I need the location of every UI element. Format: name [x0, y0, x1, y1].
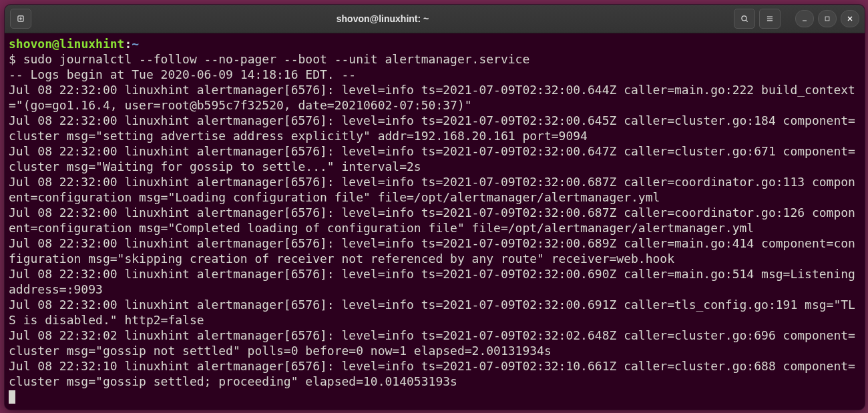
- window-title: shovon@linuxhint: ~: [35, 13, 730, 24]
- titlebar: shovon@linuxhint: ~: [5, 5, 865, 33]
- log-line: Jul 08 22:32:00 linuxhint alertmanager[6…: [9, 267, 863, 296]
- new-tab-icon: [16, 14, 25, 23]
- prompt-user: shovon: [9, 37, 52, 51]
- new-tab-button[interactable]: [10, 9, 31, 29]
- maximize-button[interactable]: [818, 10, 837, 27]
- minimize-button[interactable]: [795, 10, 814, 27]
- terminal-cursor: [9, 390, 15, 404]
- hamburger-icon: [765, 14, 775, 23]
- log-line: Jul 08 22:32:00 linuxhint alertmanager[6…: [9, 144, 855, 173]
- maximize-icon: [824, 15, 831, 22]
- prompt-dollar: $: [9, 52, 23, 66]
- terminal-body[interactable]: shovon@linuxhint:~ $ sudo journalctl --f…: [5, 33, 865, 410]
- close-icon: [846, 15, 854, 23]
- prompt-at: @: [52, 37, 59, 51]
- svg-rect-9: [825, 17, 829, 21]
- log-line: Jul 08 22:32:00 linuxhint alertmanager[6…: [9, 175, 855, 204]
- hamburger-menu-button[interactable]: [759, 9, 781, 29]
- svg-line-4: [746, 20, 748, 22]
- log-line: Jul 08 22:32:02 linuxhint alertmanager[6…: [9, 328, 855, 358]
- minimize-icon: [801, 15, 809, 23]
- search-icon: [740, 14, 749, 23]
- log-line: Jul 08 22:32:00 linuxhint alertmanager[6…: [9, 236, 855, 266]
- svg-point-3: [742, 16, 746, 21]
- log-line: -- Logs begin at Tue 2020-06-09 14:18:16…: [9, 67, 356, 81]
- search-button[interactable]: [734, 9, 755, 29]
- prompt-colon: :: [124, 37, 132, 51]
- terminal-window: shovon@linuxhint: ~ shovon@linuxhint:~ $…: [4, 4, 865, 410]
- log-line: Jul 08 22:32:00 linuxhint alertmanager[6…: [9, 113, 855, 143]
- log-line: Jul 08 22:32:00 linuxhint alertmanager[6…: [9, 298, 855, 327]
- log-line: Jul 08 22:32:10 linuxhint alertmanager[6…: [9, 359, 855, 388]
- command-text: sudo journalctl --follow --no-pager --bo…: [23, 52, 530, 66]
- log-line: Jul 08 22:32:00 linuxhint alertmanager[6…: [9, 83, 855, 112]
- prompt-path: ~: [132, 37, 139, 51]
- prompt-host: linuxhint: [59, 37, 125, 51]
- close-button[interactable]: [841, 10, 859, 27]
- log-line: Jul 08 22:32:00 linuxhint alertmanager[6…: [9, 205, 855, 235]
